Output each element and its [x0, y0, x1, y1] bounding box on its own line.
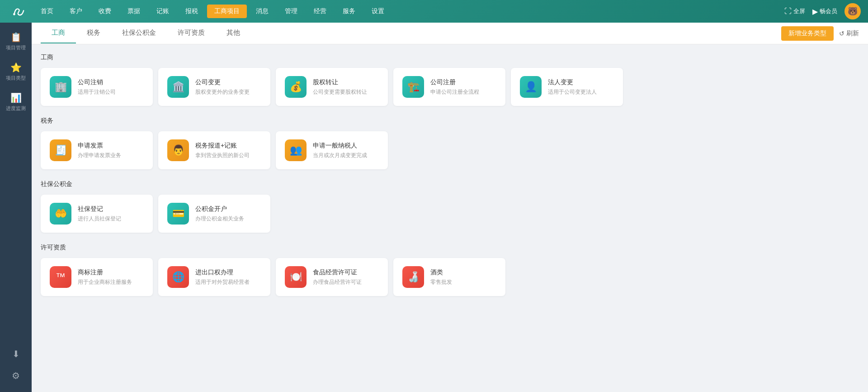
progress-monitor-icon: 📊	[10, 92, 22, 103]
scroll-content[interactable]: 工商 🏢 公司注销 适用于注销公司 🏛️ 公司变更 股权变更外的业务变更	[32, 44, 868, 392]
tab-bar: 工商 税务 社保公积金 许可资质 其他 新增业务类型 ↺ 刷新	[32, 23, 868, 44]
card-text-trademark: 商标注册 用于企业商标注册服务	[78, 268, 132, 286]
section-shebao-title: 社保公积金	[41, 180, 859, 188]
nav-client[interactable]: 客户	[62, 5, 90, 18]
card-company-register[interactable]: 🏗️ 公司注册 申请公司注册全流程	[393, 68, 505, 106]
nav-tax[interactable]: 报税	[178, 5, 205, 18]
card-text-tax-report: 税务报道+记账 拿到营业执照的新公司	[195, 142, 250, 159]
legal-change-icon: 👤	[520, 76, 542, 98]
trademark-icon: ™	[50, 266, 71, 288]
nav-home[interactable]: 首页	[33, 5, 61, 18]
nav-fee[interactable]: 收费	[91, 5, 118, 18]
tax-report-icon: 👨	[167, 139, 189, 161]
nav-operation[interactable]: 经营	[307, 5, 334, 18]
card-text-company-register: 公司注册 申请公司注册全流程	[430, 78, 479, 96]
add-type-button[interactable]: 新增业务类型	[781, 26, 834, 41]
svg-point-0	[13, 13, 15, 15]
cards-grid-shuiwu: 🧾 申请发票 办理申请发票业务 👨 税务报道+记账 拿到营业执照的新公司	[41, 131, 859, 169]
alcohol-icon: 🍶	[402, 266, 424, 288]
project-management-icon: 📋	[10, 32, 22, 43]
fullscreen-button[interactable]: ⛶ 全屏	[784, 7, 805, 15]
cards-grid-gongshang: 🏢 公司注销 适用于注销公司 🏛️ 公司变更 股权变更外的业务变更	[41, 68, 859, 106]
apply-invoice-icon: 🧾	[50, 139, 71, 161]
card-text-equity-transfer: 股权转让 公司变更需要股权转让	[313, 78, 367, 96]
general-taxpayer-icon: 👥	[285, 139, 307, 161]
card-apply-invoice[interactable]: 🧾 申请发票 办理申请发票业务	[41, 131, 153, 169]
sidebar-bottom: ⬇ ⚙	[8, 345, 24, 392]
nav-bizproject[interactable]: 工商项目	[207, 5, 247, 18]
card-legal-change[interactable]: 👤 法人变更 适用于公司变更法人	[511, 68, 623, 106]
card-text-apply-invoice: 申请发票 办理申请发票业务	[78, 142, 121, 159]
refresh-button[interactable]: ↺ 刷新	[839, 29, 859, 38]
card-text-food-license: 食品经营许可证 办理食品经营许可证	[313, 268, 362, 286]
cards-grid-shebao: 🤲 社保登记 进行人员社保登记 💳 公积金开户 办理公积金相关业务	[41, 195, 859, 233]
logo	[7, 4, 30, 19]
section-shuiwu: 税务 🧾 申请发票 办理申请发票业务 👨 税务报道+记账 拿到营业执照的新	[41, 117, 859, 169]
card-text-import-export: 进出口权办理 适用于对外贸易经营者	[195, 268, 250, 286]
content-area: 工商 税务 社保公积金 许可资质 其他 新增业务类型 ↺ 刷新 工商	[32, 23, 868, 392]
top-navigation: 首页 客户 收费 票据 记账 报税 工商项目 消息 管理 经营 服务 设置 ⛶ …	[0, 0, 868, 23]
sidebar-item-project-type[interactable]: ⭐ 项目类型	[0, 57, 32, 87]
nav-accounting[interactable]: 记账	[149, 5, 176, 18]
section-gongshang-title: 工商	[41, 53, 859, 62]
nav-service[interactable]: 服务	[335, 5, 363, 18]
section-xuke-title: 许可资质	[41, 244, 859, 252]
section-shebao: 社保公积金 🤲 社保登记 进行人员社保登记 💳 公积金开户 办理公积金相关	[41, 180, 859, 233]
card-equity-transfer[interactable]: 💰 股权转让 公司变更需要股权转让	[276, 68, 388, 106]
social-security-icon: 🤲	[50, 203, 71, 225]
card-trademark[interactable]: ™ 商标注册 用于企业商标注册服务	[41, 258, 153, 296]
section-gongshang: 工商 🏢 公司注销 适用于注销公司 🏛️ 公司变更 股权变更外的业务变更	[41, 53, 859, 106]
user-avatar[interactable]: 🐻	[844, 3, 861, 19]
download-icon[interactable]: ⬇	[9, 345, 24, 363]
import-export-icon: 🌐	[167, 266, 189, 288]
nav-right: ⛶ 全屏 ▶ 畅会员 🐻	[784, 3, 861, 19]
tab-actions: 新增业务类型 ↺ 刷新	[781, 26, 859, 41]
nav-settings[interactable]: 设置	[364, 5, 392, 18]
housing-fund-icon: 💳	[167, 203, 189, 225]
card-text-housing-fund: 公积金开户 办理公积金相关业务	[195, 205, 244, 223]
card-social-security[interactable]: 🤲 社保登记 进行人员社保登记	[41, 195, 153, 233]
card-text-company-change: 公司变更 股权变更外的业务变更	[195, 78, 250, 96]
project-type-icon: ⭐	[10, 62, 22, 73]
card-text-alcohol: 酒类 零售批发	[430, 268, 452, 286]
card-tax-report[interactable]: 👨 税务报道+记账 拿到营业执照的新公司	[158, 131, 270, 169]
company-change-icon: 🏛️	[167, 76, 189, 98]
vip-button[interactable]: ▶ 畅会员	[812, 7, 837, 16]
sidebar-item-project-management[interactable]: 📋 项目管理	[0, 26, 32, 57]
nav-bill[interactable]: 票据	[120, 5, 147, 18]
card-text-general-taxpayer: 申请一般纳税人 当月或次月成变更完成	[313, 142, 367, 159]
card-food-license[interactable]: 🍽️ 食品经营许可证 办理食品经营许可证	[276, 258, 388, 296]
card-company-cancel[interactable]: 🏢 公司注销 适用于注销公司	[41, 68, 153, 106]
nav-message[interactable]: 消息	[249, 5, 276, 18]
cards-grid-xuke: ™ 商标注册 用于企业商标注册服务 🌐 进出口权办理 适用于对外贸易经营者	[41, 258, 859, 296]
nav-manage[interactable]: 管理	[278, 5, 305, 18]
card-alcohol[interactable]: 🍶 酒类 零售批发	[393, 258, 505, 296]
tab-gongshang[interactable]: 工商	[41, 23, 76, 43]
tab-list: 工商 税务 社保公积金 许可资质 其他	[41, 23, 781, 43]
card-import-export[interactable]: 🌐 进出口权办理 适用于对外贸易经营者	[158, 258, 270, 296]
card-company-change[interactable]: 🏛️ 公司变更 股权变更外的业务变更	[158, 68, 270, 106]
sidebar-item-progress-monitor[interactable]: 📊 进度监测	[0, 87, 32, 117]
refresh-icon: ↺	[839, 30, 844, 37]
company-register-icon: 🏗️	[402, 76, 424, 98]
tab-other[interactable]: 其他	[216, 23, 251, 43]
tab-shuiwu[interactable]: 税务	[76, 23, 111, 43]
card-general-taxpayer[interactable]: 👥 申请一般纳税人 当月或次月成变更完成	[276, 131, 388, 169]
tab-xuke[interactable]: 许可资质	[167, 23, 216, 43]
section-xuke: 许可资质 ™ 商标注册 用于企业商标注册服务 🌐 进出口权办理 适用于对外贸	[41, 244, 859, 296]
section-shuiwu-title: 税务	[41, 117, 859, 125]
left-sidebar: 📋 项目管理 ⭐ 项目类型 📊 进度监测 ⬇ ⚙	[0, 23, 32, 392]
company-cancel-icon: 🏢	[50, 76, 71, 98]
card-text-company-cancel: 公司注销 适用于注销公司	[78, 78, 116, 96]
settings-icon[interactable]: ⚙	[8, 367, 24, 385]
card-housing-fund[interactable]: 💳 公积金开户 办理公积金相关业务	[158, 195, 270, 233]
equity-transfer-icon: 💰	[285, 76, 307, 98]
card-text-social-security: 社保登记 进行人员社保登记	[78, 205, 121, 223]
food-license-icon: 🍽️	[285, 266, 307, 288]
nav-items: 首页 客户 收费 票据 记账 报税 工商项目 消息 管理 经营 服务 设置	[33, 5, 784, 18]
main-layout: 📋 项目管理 ⭐ 项目类型 📊 进度监测 ⬇ ⚙ 工商 税务 社保公积金 许可资…	[0, 23, 868, 392]
card-text-legal-change: 法人变更 适用于公司变更法人	[548, 78, 597, 96]
tab-shebao[interactable]: 社保公积金	[111, 23, 167, 43]
